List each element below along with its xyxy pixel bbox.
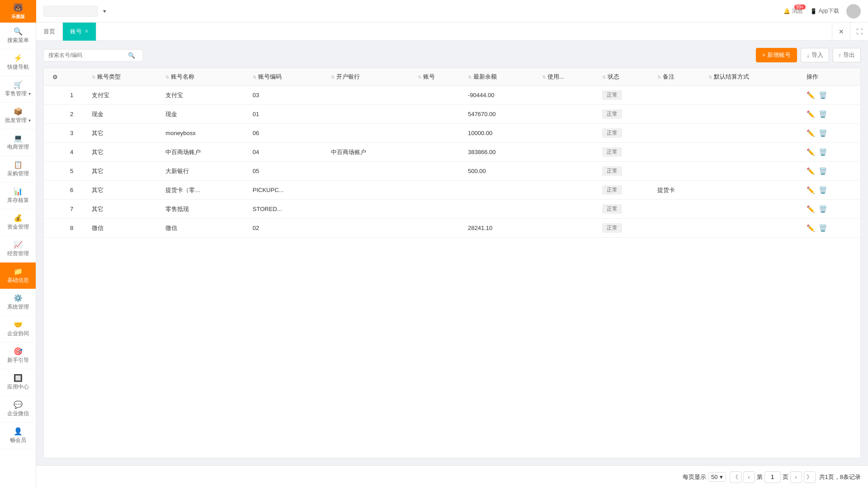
last-page-button[interactable]: 》 [804,471,816,483]
col-status[interactable]: ⇅状态 [599,68,654,86]
sidebar-item-6[interactable]: 📊库存核算 [0,183,36,209]
edit-icon-1[interactable]: ✏️ [807,110,815,118]
add-account-button[interactable]: + 新增账号 [756,48,797,62]
edit-icon-6[interactable]: ✏️ [807,205,815,213]
message-button[interactable]: 🔔 消息 99+ [783,7,803,15]
delete-icon-3[interactable]: 🗑️ [819,148,827,156]
delete-icon-0[interactable]: 🗑️ [819,91,827,99]
main-area: ▾ 🔔 消息 99+ 📱 App下载 首页 账号 ✕ ✕ ⛶ [36,0,868,488]
close-tab-icon[interactable]: ✕ [85,28,89,34]
app-download-button[interactable]: 📱 App下载 [810,7,839,15]
col-name[interactable]: ⇅账号名称 [162,68,249,86]
delete-icon-2[interactable]: 🗑️ [819,129,827,137]
row-type-7: 微信 [88,219,162,238]
sidebar-item-10[interactable]: ⚙️系统管理 [0,289,36,316]
sidebar-item-3[interactable]: 📦批发管理 ▾ [0,103,36,129]
tab-home[interactable]: 首页 [36,23,63,41]
import-button[interactable]: ↓ 导入 [801,48,829,62]
prev-page-button[interactable]: ‹ [743,471,755,483]
import-label: 导入 [811,51,823,59]
row-gear-6 [44,200,66,219]
page-size-dropdown[interactable]: 50 ▾ [708,472,726,482]
sidebar-label-15: 畅会员 [10,437,26,443]
edit-icon-2[interactable]: ✏️ [807,129,815,137]
actions-group-7: ✏️ 🗑️ [807,224,857,232]
edit-icon-4[interactable]: ✏️ [807,167,815,175]
col-default-settlement[interactable]: ⇅默认结算方式 [705,68,803,86]
edit-icon-3[interactable]: ✏️ [807,148,815,156]
col-type[interactable]: ⇅账号类型 [88,68,162,86]
sidebar-item-4[interactable]: 💻电商管理 [0,129,36,156]
search-input[interactable] [48,52,125,58]
row-bank-4 [327,162,414,181]
col-code[interactable]: ⇅账号编码 [249,68,327,86]
row-index-1: 2 [66,105,88,124]
row-type-6: 其它 [88,200,162,219]
row-status-2: 正常 [599,124,654,143]
col-balance[interactable]: ⇅最新余额 [464,68,538,86]
row-remark-5: 提货卡 [654,181,705,200]
delete-icon-1[interactable]: 🗑️ [819,110,827,118]
sidebar-item-0[interactable]: 🔍搜索菜单 [0,23,36,49]
export-button[interactable]: ↑ 导出 [833,48,861,62]
delete-icon-7[interactable]: 🗑️ [819,224,827,232]
sidebar-item-15[interactable]: 👤畅会员 [0,422,36,449]
row-account-3 [414,143,464,162]
page-number-input[interactable] [764,471,781,483]
header-search-input[interactable] [43,6,98,17]
sidebar-item-14[interactable]: 💬企业微信 [0,396,36,422]
user-avatar[interactable] [846,4,861,19]
tab-close-all-button[interactable]: ✕ [832,23,850,41]
sidebar-item-7[interactable]: 💰资金管理 [0,209,36,236]
col-gear[interactable]: ⚙ [44,68,66,86]
prev-page-icon: ‹ [748,474,750,480]
import-icon: ↓ [807,52,810,59]
tab-bar: 首页 账号 ✕ ✕ ⛶ [36,23,868,41]
tab-account[interactable]: 账号 ✕ [63,23,96,41]
page-size-arrow: ▾ [720,474,723,480]
delete-icon-4[interactable]: 🗑️ [819,167,827,175]
col-bank[interactable]: ⇅开户银行 [327,68,414,86]
col-usage[interactable]: ⇅使用... [538,68,599,86]
sidebar-item-12[interactable]: 🎯新手引导 [0,343,36,369]
sidebar-item-5[interactable]: 📋采购管理 [0,156,36,183]
delete-icon-6[interactable]: 🗑️ [819,205,827,213]
sidebar-label-3: 批发管理 [5,117,27,123]
sidebar-icon-3: 📦 [2,107,34,116]
row-bank-2 [327,124,414,143]
sidebar-label-9: 基础信息 [7,277,29,283]
edit-icon-0[interactable]: ✏️ [807,91,815,99]
row-status-1: 正常 [599,105,654,124]
delete-icon-5[interactable]: 🗑️ [819,186,827,194]
row-name-7: 微信 [162,219,249,238]
search-icon[interactable]: 🔍 [128,52,135,59]
row-actions-5: ✏️ 🗑️ [803,181,860,200]
status-badge-7: 正常 [602,223,622,233]
row-actions-7: ✏️ 🗑️ [803,219,860,238]
sidebar-item-13[interactable]: 🔲应用中心 [0,369,36,396]
edit-icon-5[interactable]: ✏️ [807,186,815,194]
row-actions-4: ✏️ 🗑️ [803,162,860,181]
edit-icon-7[interactable]: ✏️ [807,224,815,232]
header-dropdown[interactable]: ▾ [103,8,106,14]
next-page-button[interactable]: › [790,471,802,483]
tab-fullscreen-button[interactable]: ⛶ [850,23,868,41]
sidebar-label-8: 经营管理 [7,250,29,257]
sidebar-item-8[interactable]: 📈经营管理 [0,236,36,263]
row-usage-0 [538,86,599,105]
row-bank-6 [327,200,414,219]
row-index-6: 7 [66,200,88,219]
sidebar-item-11[interactable]: 🤝企业协同 [0,316,36,343]
row-status-0: 正常 [599,86,654,105]
first-page-button[interactable]: 《 [730,471,741,483]
sidebar: 🐻 乐惠版 🔍搜索菜单⚡快捷导航🛒零售管理 ▾📦批发管理 ▾💻电商管理📋采购管理… [0,0,36,488]
col-remark[interactable]: ⇅备注 [654,68,705,86]
row-code-6: STORED... [249,200,327,219]
sidebar-item-9[interactable]: 📁基础信息 [0,263,36,289]
table-body: 1 支付宝 支付宝 03 -90444.00 正常 ✏️ 🗑️ 2 现金 现金 … [44,86,860,238]
sidebar-item-2[interactable]: 🛒零售管理 ▾ [0,76,36,103]
sidebar-icon-11: 🤝 [2,320,34,329]
row-status-4: 正常 [599,162,654,181]
sidebar-item-1[interactable]: ⚡快捷导航 [0,49,36,76]
col-account[interactable]: ⇅账号 [414,68,464,86]
